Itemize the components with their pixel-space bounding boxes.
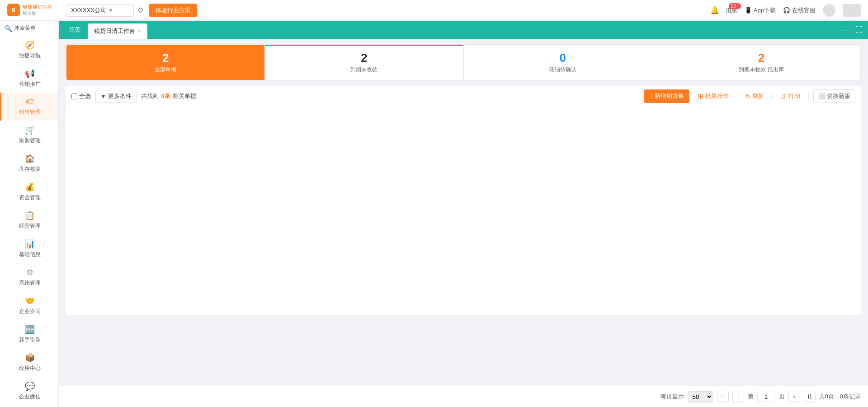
finance-icon: 💰 <box>25 182 35 192</box>
basic-info-icon: 📊 <box>25 239 35 249</box>
notification-badge: 99+ <box>729 3 741 9</box>
sidebar-item-guide[interactable]: 🆕 新手引导 <box>0 320 58 348</box>
stat-card-all[interactable]: 2 全部单据 <box>66 45 265 80</box>
stat-card-overdue-out[interactable]: 2 到期未收款 已出库 <box>662 45 860 80</box>
filter-icon: ▼ <box>100 93 106 100</box>
stat-overdue-count: 2 <box>274 51 454 65</box>
toolbar-divider-3 <box>808 93 809 100</box>
app-tag: 标准版 <box>23 10 52 17</box>
batch-label: 批量操作 <box>705 92 729 100</box>
online-service-label: 在线客服 <box>792 6 816 14</box>
sidebar-item-marketing[interactable]: 📢 营销推广 <box>0 64 58 93</box>
page-prev-button[interactable]: ‹ <box>732 391 744 402</box>
refresh-icon: ↻ <box>745 93 750 100</box>
batch-operation-button[interactable]: ⊞ 批量操作 <box>694 90 732 102</box>
toolbar-divider-2 <box>772 93 773 100</box>
select-all-label: 全选 <box>79 92 91 100</box>
quick-nav-icon: 🧭 <box>25 40 35 50</box>
system-icon: ⚙ <box>26 267 33 277</box>
found-count: 0条 <box>161 93 170 99</box>
stat-overdue-out-count: 2 <box>671 51 851 65</box>
tab-cash-work[interactable]: 钱货日清工作台 × <box>88 23 147 39</box>
sidebar-item-member[interactable]: ✦ 畅会员 <box>0 405 58 407</box>
sidebar-item-sales-label: 销售管理 <box>19 108 41 116</box>
trial-button[interactable]: 体验行业方案 <box>149 4 197 17</box>
sidebar-item-system-label: 系统管理 <box>19 279 41 287</box>
refresh-label: 刷新 <box>752 92 764 100</box>
sidebar-item-wechat-label: 企业微信 <box>19 393 41 401</box>
inventory-icon: 🏠 <box>25 154 35 164</box>
content-area: 2 全部单据 2 到期未收款 0 旺铺待确认 2 到期未收款 已出库 <box>59 39 868 386</box>
top-header: 6 畅捷通好生意 标准版 XXXXXX公司 ▼ ⚙ 体验行业方案 🔔 99+ 消… <box>0 0 868 21</box>
sidebar-item-finance[interactable]: 💰 资金管理 <box>0 178 58 206</box>
sidebar-item-app-center[interactable]: 📦 应用中心 <box>0 348 58 377</box>
bell-icon: 🔔 <box>710 6 719 14</box>
print-button[interactable]: 🖨 打印 <box>777 90 804 102</box>
tab-minimize-button[interactable]: — <box>840 24 851 36</box>
sidebar-item-inventory-label: 库存核算 <box>19 165 41 173</box>
chevron-down-icon: ▼ <box>108 7 113 14</box>
sidebar-item-enterprise[interactable]: 🤝 企业协同 <box>0 291 58 320</box>
sidebar-item-finance-label: 资金管理 <box>19 194 41 201</box>
page-last-button[interactable]: ⟩⟩ <box>804 391 816 402</box>
add-sales-order-button[interactable]: + 新增销货单 <box>644 89 689 103</box>
select-all-checkbox[interactable] <box>71 94 77 99</box>
logo-area: 6 畅捷通好生意 标准版 <box>7 4 66 16</box>
stat-wangpu-count: 0 <box>473 51 653 65</box>
sidebar-item-basic-info-label: 基础信息 <box>19 251 41 258</box>
switch-label: 切换新版 <box>827 92 850 100</box>
sidebar-item-system[interactable]: ⚙ 系统管理 <box>0 263 58 291</box>
company-name: XXXXXX公司 <box>71 6 106 14</box>
sidebar-item-enterprise-label: 企业协同 <box>19 308 41 315</box>
page-first-button[interactable]: ⟨⟨ <box>717 391 729 402</box>
filter-label: 更多条件 <box>108 92 132 100</box>
sidebar-item-sales[interactable]: 🏷 销售管理 <box>0 93 58 121</box>
found-prefix: 共找到 <box>141 93 159 99</box>
stat-wangpu-label: 旺铺待确认 <box>473 66 653 74</box>
sidebar-item-purchase[interactable]: 🛒 采购管理 <box>0 121 58 149</box>
switch-version-button[interactable]: ⬜ 切换新版 <box>813 89 855 103</box>
page-next-button[interactable]: › <box>788 391 800 402</box>
app-center-icon: 📦 <box>25 353 35 363</box>
table-area <box>66 107 861 315</box>
found-suffix: 相关单据 <box>173 93 196 99</box>
sidebar-search[interactable]: 🔍 搜索菜单 <box>0 21 58 36</box>
company-selector[interactable]: XXXXXX公司 ▼ <box>66 4 134 17</box>
stat-card-wangpu[interactable]: 0 旺铺待确认 <box>464 45 662 80</box>
wechat-icon: 💬 <box>25 381 35 391</box>
username-area[interactable] <box>843 4 861 17</box>
stat-all-count: 2 <box>75 51 255 65</box>
sidebar-item-operation[interactable]: 📋 经营管理 <box>0 206 58 234</box>
filter-button[interactable]: ▼ 更多条件 <box>95 90 137 103</box>
tab-home[interactable]: 首页 <box>62 21 87 39</box>
page-label-last: 页 <box>779 393 785 401</box>
sidebar-item-wechat[interactable]: 💬 企业微信 <box>0 377 58 405</box>
main-content: 首页 钱货日清工作台 × — ⛶ 2 全部单据 <box>59 21 868 407</box>
sidebar-item-guide-label: 新手引导 <box>19 336 41 344</box>
download-icon: 📱 <box>745 7 752 14</box>
total-text: 共0页，0条记录 <box>819 393 861 401</box>
sidebar-item-inventory[interactable]: 🏠 库存核算 <box>0 149 58 178</box>
sidebar-item-basic-info[interactable]: 📊 基础信息 <box>0 234 58 263</box>
pagination-bar: 每页显示 50 100 200 ⟨⟨ ‹ 第 1 页 › ⟩⟩ 共0页，0条记录 <box>59 386 868 407</box>
guide-icon: 🆕 <box>25 324 35 334</box>
settings-icon[interactable]: ⚙ <box>137 6 144 14</box>
sidebar-item-marketing-label: 营销推广 <box>19 80 41 88</box>
refresh-button[interactable]: ↻ 刷新 <box>742 90 768 102</box>
stat-overdue-label: 到期未收款 <box>274 66 454 74</box>
sidebar-item-operation-label: 经营管理 <box>19 222 41 230</box>
tab-maximize-button[interactable]: ⛶ <box>854 24 864 36</box>
app-download-action[interactable]: 📱 App下载 <box>745 6 776 14</box>
avatar[interactable] <box>823 4 835 17</box>
notification-area[interactable]: 🔔 99+ 消息 <box>710 6 737 14</box>
tab-close-icon[interactable]: × <box>138 28 141 34</box>
stat-card-overdue[interactable]: 2 到期未收款 <box>265 45 463 80</box>
select-all-area[interactable]: 全选 <box>71 92 91 100</box>
page-input[interactable]: 1 <box>757 392 775 402</box>
sidebar-item-quick-nav[interactable]: 🧭 快捷导航 <box>0 36 58 64</box>
print-label: 打印 <box>788 92 800 100</box>
stat-all-label: 全部单据 <box>75 66 255 74</box>
online-service-action[interactable]: 🎧 在线客服 <box>783 6 816 14</box>
tab-cash-work-label: 钱货日清工作台 <box>94 27 135 35</box>
per-page-select[interactable]: 50 100 200 <box>688 391 713 402</box>
